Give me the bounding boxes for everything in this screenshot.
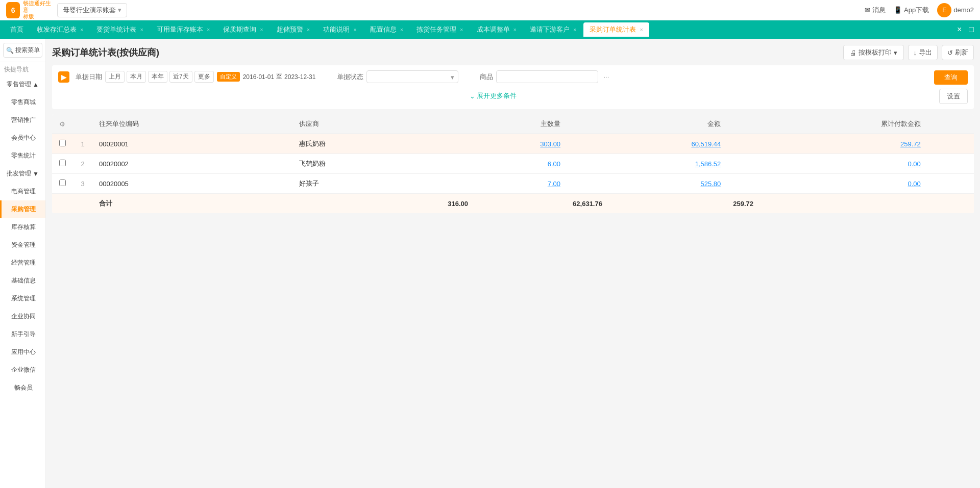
row-paid-amount[interactable]: 259.72 [727, 134, 927, 154]
sidebar-item-ecommerce-mgmt[interactable]: 电商管理 [0, 183, 45, 200]
sidebar-item-inventory-check[interactable]: 库存核算 [0, 218, 45, 236]
tab-close-icon[interactable]: × [640, 27, 643, 33]
logo-icon: 6 [6, 2, 20, 18]
date-shortcut-this-month[interactable]: 本月 [127, 71, 146, 83]
row-index: 1 [72, 134, 93, 154]
col-extra-header [927, 114, 974, 134]
tab-cost-adjust[interactable]: 成本调整单 × [471, 22, 523, 37]
row-main-qty[interactable]: 6.00 [442, 154, 567, 174]
refresh-button[interactable]: ↺ 刷新 [942, 45, 974, 60]
row-amount[interactable]: 1,586.52 [567, 154, 727, 174]
sidebar-item-enterprise-collab[interactable]: 企业协同 [0, 307, 45, 325]
tab-close-icon[interactable]: × [513, 27, 517, 33]
data-table: ⚙ 往来单位编码 供应商 主数量 金额 累计付款金额 1 [52, 114, 974, 213]
row-supplier-name: 飞鹤奶粉 [293, 154, 442, 174]
row-main-qty[interactable]: 303.00 [442, 134, 567, 154]
search-menu-button[interactable]: 🔍 搜索菜单 [3, 43, 42, 58]
sidebar-item-retail-stats[interactable]: 零售统计 [0, 147, 45, 165]
filter-collapse-button[interactable]: ▶ [58, 71, 69, 83]
page-header: 采购订单统计表(按供应商) 🖨 按模板打印 ▾ ↓ 导出 ↺ 刷新 [52, 45, 974, 60]
date-shortcut-7days[interactable]: 近7天 [169, 71, 192, 83]
row-checkbox[interactable] [52, 174, 72, 194]
print-button[interactable]: 🖨 按模板打印 ▾ [843, 45, 904, 60]
tab-close-icon[interactable]: × [573, 27, 576, 33]
date-shortcut-this-year[interactable]: 本年 [148, 71, 167, 83]
row-select-checkbox[interactable] [59, 179, 66, 186]
table-row: 2 00020002 飞鹤奶粉 6.00 1,586.52 0.00 [52, 154, 974, 174]
tab-close-icon[interactable]: × [307, 27, 310, 33]
top-bar: 6 畅捷通好生意 标版 母婴行业演示账套 ▾ ✉ 消息 📱 App下载 E de… [0, 0, 980, 20]
row-extra [927, 174, 974, 194]
query-button[interactable]: 查询 [934, 70, 968, 85]
tab-close-icon[interactable]: × [353, 27, 356, 33]
row-amount[interactable]: 60,519.44 [567, 134, 727, 154]
tab-config-info[interactable]: 配置信息 × [364, 22, 409, 37]
row-select-checkbox[interactable] [59, 140, 66, 146]
sidebar-item-purchase-mgmt[interactable]: 采购管理 [0, 200, 45, 218]
table-footer-row: 合计 316.00 62,631.76 259.72 [52, 194, 974, 214]
sidebar-item-system-mgmt[interactable]: 系统管理 [0, 290, 45, 307]
logo-text: 畅捷通好生意 标版 [23, 0, 52, 20]
row-main-qty[interactable]: 7.00 [442, 174, 567, 194]
search-icon: 🔍 [6, 47, 14, 54]
tab-home[interactable]: 首页 [4, 22, 30, 37]
expand-more-button[interactable]: ⌄ 展开更多条件 [465, 89, 521, 102]
tab-function-desc[interactable]: 功能说明 × [317, 22, 362, 37]
row-checkbox[interactable] [52, 154, 72, 174]
tab-order-summary[interactable]: 要货单统计表 × [90, 22, 149, 37]
nav-close-button[interactable]: × [955, 24, 964, 35]
sidebar-item-wholesale-mgmt[interactable]: 批发管理 ▼ [0, 165, 45, 183]
sidebar-item-app-center[interactable]: 应用中心 [0, 343, 45, 361]
sidebar-item-new-guide[interactable]: 新手引导 [0, 325, 45, 343]
row-supplier-code: 00020001 [93, 134, 293, 154]
footer-paid-amount: 259.72 [727, 194, 927, 214]
message-button[interactable]: ✉ 消息 [865, 6, 886, 15]
header-actions: 🖨 按模板打印 ▾ ↓ 导出 ↺ 刷新 [843, 45, 974, 60]
tab-overstock[interactable]: 超储预警 × [271, 22, 316, 37]
goods-ellipsis-button[interactable]: ··· [601, 73, 611, 81]
row-checkbox[interactable] [52, 134, 72, 154]
settings-button[interactable]: 设置 [939, 89, 968, 104]
row-paid-amount[interactable]: 0.00 [727, 174, 927, 194]
workspace-selector[interactable]: 母婴行业演示账套 ▾ [57, 3, 127, 17]
sidebar-item-member-center[interactable]: 会员中心 [0, 129, 45, 147]
sidebar-item-marketing[interactable]: 营销推广 [0, 111, 45, 129]
tab-pick-task[interactable]: 拣货任务管理 × [410, 22, 469, 37]
logo-area: 6 畅捷通好生意 标版 [6, 0, 52, 20]
top-right-actions: ✉ 消息 📱 App下载 E demo2 [865, 3, 974, 17]
row-amount[interactable]: 525.80 [567, 174, 727, 194]
status-select[interactable] [366, 70, 458, 83]
tab-shelf-life[interactable]: 保质期查询 × [217, 22, 269, 37]
row-index: 2 [72, 154, 93, 174]
tab-close-icon[interactable]: × [460, 27, 463, 33]
sidebar-item-retail-shop[interactable]: 零售商城 [0, 93, 45, 111]
export-icon: ↓ [914, 49, 917, 57]
sidebar-item-finance-mgmt[interactable]: 资金管理 [0, 236, 45, 254]
sidebar-item-retail-mgmt[interactable]: 零售管理 ▲ [0, 75, 45, 93]
date-shortcut-more[interactable]: 更多 [194, 71, 214, 83]
tab-close-icon[interactable]: × [140, 27, 143, 33]
nav-maximize-button[interactable]: □ [967, 24, 976, 35]
date-shortcut-last-month[interactable]: 上月 [105, 71, 125, 83]
sidebar-item-vip-member[interactable]: 畅会员 [0, 379, 45, 397]
user-menu[interactable]: E demo2 [937, 3, 974, 17]
sidebar-item-ops-mgmt[interactable]: 经营管理 [0, 254, 45, 272]
tab-receive-summary[interactable]: 收发存汇总表 × [31, 22, 89, 37]
footer-main-qty: 316.00 [442, 194, 567, 214]
goods-input[interactable] [496, 70, 598, 83]
tab-invite-downstream[interactable]: 邀请下游客户 × [524, 22, 582, 37]
tab-purchase-summary[interactable]: 采购订单统计表 × [583, 22, 649, 37]
row-select-checkbox[interactable] [59, 160, 66, 166]
tab-close-icon[interactable]: × [400, 27, 403, 33]
export-button[interactable]: ↓ 导出 [908, 45, 938, 60]
row-paid-amount[interactable]: 0.00 [727, 154, 927, 174]
app-download-button[interactable]: 📱 App下载 [894, 6, 929, 15]
tab-close-icon[interactable]: × [260, 27, 263, 33]
tab-close-icon[interactable]: × [207, 27, 210, 33]
avatar: E [937, 3, 951, 17]
tab-close-icon[interactable]: × [80, 27, 83, 33]
sidebar-item-enterprise-wechat[interactable]: 企业微信 [0, 361, 45, 379]
tab-available-stock[interactable]: 可用量库存账本 × [151, 22, 216, 37]
sidebar-item-basic-info[interactable]: 基础信息 [0, 272, 45, 290]
column-settings-icon[interactable]: ⚙ [59, 120, 65, 128]
